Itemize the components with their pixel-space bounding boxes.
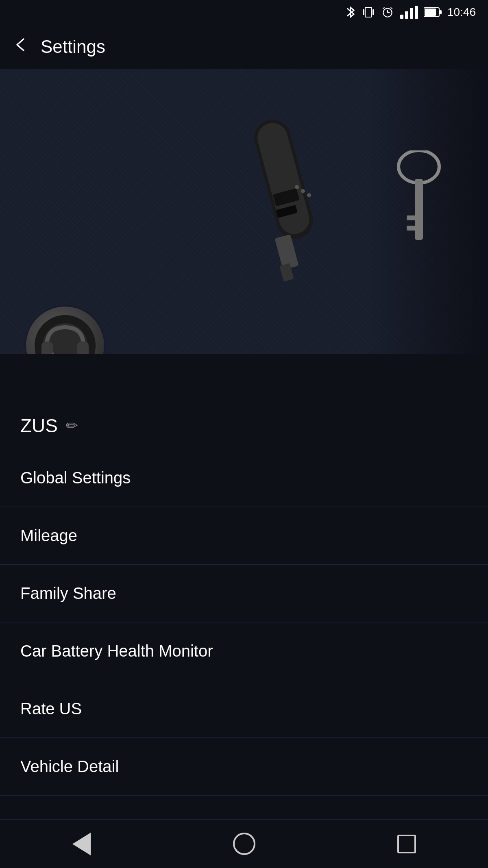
avatar-container: [26, 307, 104, 354]
svg-point-25: [399, 150, 439, 183]
menu-label-vehicle-detail: Vehicle Detail: [20, 757, 119, 776]
svg-rect-10: [410, 8, 413, 19]
svg-rect-8: [400, 15, 403, 19]
menu-item-global-settings[interactable]: Global Settings: [0, 449, 488, 507]
menu-label-mileage: Mileage: [20, 526, 77, 545]
status-icons: LTE 10:46: [345, 4, 476, 20]
svg-rect-14: [425, 9, 436, 16]
menu-label-family-share: Family Share: [20, 584, 116, 603]
svg-line-7: [390, 7, 392, 9]
profile-name-row[interactable]: ZUS ✏: [0, 407, 488, 449]
svg-rect-9: [405, 11, 408, 19]
svg-rect-1: [363, 9, 364, 15]
svg-rect-17: [254, 120, 313, 237]
svg-text:LTE: LTE: [416, 7, 418, 11]
charger-svg: [216, 110, 358, 293]
profile-name-text: ZUS: [20, 415, 58, 437]
headset-illustration: [33, 313, 98, 354]
profile-name-display: ZUS ✏: [20, 415, 468, 437]
svg-rect-28: [407, 226, 417, 231]
android-nav-bar: [0, 819, 488, 868]
svg-line-6: [383, 7, 384, 9]
svg-rect-32: [77, 342, 89, 354]
battery-icon: [424, 7, 442, 18]
home-circle-icon: [233, 833, 255, 855]
android-home-button[interactable]: [228, 828, 260, 860]
menu-label-global-settings: Global Settings: [20, 469, 131, 487]
page-title: Settings: [41, 37, 105, 57]
status-time: 10:46: [447, 6, 476, 19]
back-triangle-icon: [72, 833, 91, 855]
profile-avatar[interactable]: [24, 305, 106, 354]
alarm-icon: [381, 5, 394, 19]
back-button[interactable]: [12, 37, 28, 57]
navigation-bar: Settings: [0, 24, 488, 69]
menu-item-car-battery[interactable]: Car Battery Health Monitor: [0, 622, 488, 680]
menu-item-vehicle-detail[interactable]: Vehicle Detail: [0, 738, 488, 796]
svg-rect-0: [365, 7, 372, 17]
vibrate-icon: [362, 5, 375, 20]
recent-square-icon: [397, 835, 416, 853]
content-area: ZUS ✏ Global Settings Mileage Family Sha…: [0, 354, 488, 796]
svg-rect-27: [407, 215, 419, 220]
svg-rect-2: [373, 9, 374, 15]
android-back-button[interactable]: [65, 828, 98, 860]
menu-item-mileage[interactable]: Mileage: [0, 507, 488, 565]
svg-rect-31: [41, 342, 53, 354]
bluetooth-icon: [345, 4, 356, 20]
status-bar: LTE 10:46: [0, 0, 488, 24]
signal-icon: LTE: [400, 5, 418, 19]
edit-name-icon[interactable]: ✏: [66, 417, 78, 434]
menu-label-rate-us: Rate US: [20, 700, 82, 718]
keys-illustration: [382, 150, 455, 274]
svg-rect-26: [415, 179, 423, 240]
menu-item-family-share[interactable]: Family Share: [0, 565, 488, 622]
hero-banner: [0, 69, 488, 354]
android-recent-button[interactable]: [390, 828, 423, 860]
svg-point-24: [307, 193, 312, 198]
menu-item-rate-us[interactable]: Rate US: [0, 680, 488, 738]
menu-label-car-battery: Car Battery Health Monitor: [20, 642, 213, 660]
device-illustration: [216, 110, 358, 293]
svg-rect-15: [440, 10, 442, 14]
